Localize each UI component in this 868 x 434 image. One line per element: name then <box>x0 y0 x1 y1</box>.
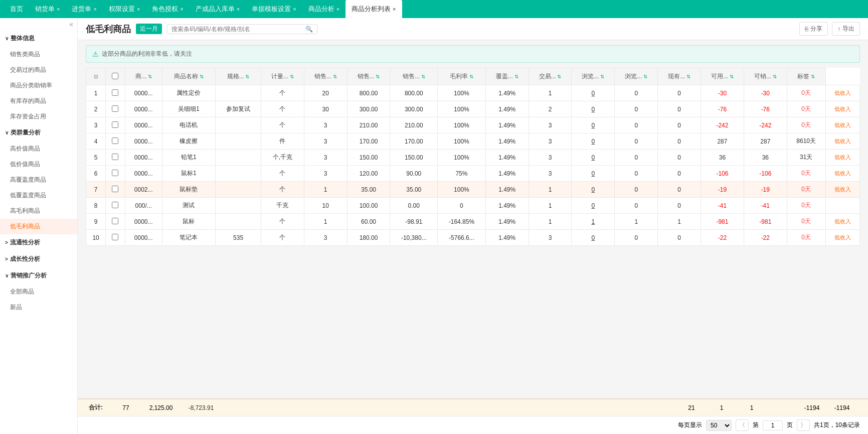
trade-count-link[interactable]: 0 <box>592 90 595 97</box>
nav-item[interactable]: 权限设置× <box>103 0 146 18</box>
nav-item[interactable]: 角色授权× <box>146 0 189 18</box>
trade[interactable]: 0 <box>572 150 615 166</box>
table-column-header[interactable]: 销售... ⇅ <box>390 68 438 85</box>
tag-badge[interactable]: 低收入 <box>834 90 851 96</box>
close-icon[interactable]: × <box>393 6 396 12</box>
sidebar-item[interactable]: 高毛利商品 <box>0 203 77 219</box>
tag[interactable] <box>825 198 859 214</box>
trade[interactable]: 0 <box>572 117 615 133</box>
trade-count-link[interactable]: 0 <box>592 202 595 209</box>
sidebar-item[interactable]: 低覆盖度商品 <box>0 188 77 203</box>
trade-count-link[interactable]: 0 <box>592 154 595 161</box>
sidebar-group-title[interactable]: >流通性分析 <box>0 234 77 251</box>
tag[interactable]: 低收入 <box>825 230 859 246</box>
tag[interactable]: 低收入 <box>825 101 859 117</box>
select-all-checkbox[interactable] <box>112 73 118 79</box>
prev-page-button[interactable]: 〈 <box>736 419 749 431</box>
sidebar-item[interactable]: 低价值商品 <box>0 157 77 172</box>
trade-count-link[interactable]: 1 <box>592 218 595 225</box>
tag-badge[interactable]: 低收入 <box>834 138 851 144</box>
nav-item[interactable]: 销货单× <box>29 0 66 18</box>
table-column-header[interactable]: 浏览... ⇅ <box>572 68 615 85</box>
row-checkbox-input[interactable] <box>112 186 118 192</box>
search-box[interactable]: 🔍 <box>167 24 317 34</box>
tag-badge[interactable]: 低收入 <box>834 234 851 240</box>
row-checkbox-input[interactable] <box>112 218 118 224</box>
row-checkbox-input[interactable] <box>112 154 118 160</box>
tag-badge[interactable]: 低收入 <box>834 218 851 224</box>
trade-count-link[interactable]: 0 <box>592 234 595 241</box>
sidebar-item[interactable]: 全部商品 <box>0 284 77 300</box>
nav-item[interactable]: 进货单× <box>66 0 102 18</box>
page-number-input[interactable] <box>763 420 783 430</box>
nav-item[interactable]: 商品分析× <box>302 0 345 18</box>
table-column-header[interactable]: 可销... ⇅ <box>744 68 787 85</box>
table-column-header[interactable]: 毛利率 ⇅ <box>438 68 486 85</box>
tag[interactable]: 低收入 <box>825 214 859 230</box>
sidebar-item[interactable]: 库存资金占用 <box>0 109 77 124</box>
row-checkbox-input[interactable] <box>112 234 118 240</box>
trade[interactable]: 1 <box>572 214 615 230</box>
table-column-header[interactable]: 规格... ⇅ <box>216 68 261 85</box>
table-column-header[interactable]: 销售... ⇅ <box>304 68 347 85</box>
nav-item[interactable]: 产成品入库单× <box>190 0 246 18</box>
action-button[interactable]: ↑导出 <box>832 22 860 36</box>
sidebar-item[interactable]: 交易过的商品 <box>0 62 77 78</box>
nav-item[interactable]: 首页 <box>4 0 29 18</box>
sidebar-item[interactable]: 销售类商品 <box>0 47 77 62</box>
table-column-header[interactable]: 标签 ⇅ <box>787 68 825 85</box>
page-size-select[interactable]: 102050100 <box>706 420 732 431</box>
tag-badge[interactable]: 低收入 <box>834 122 851 128</box>
tag-badge[interactable]: 低收入 <box>834 170 851 176</box>
trade-count-link[interactable]: 0 <box>592 186 595 193</box>
trade-count-link[interactable]: 0 <box>592 170 595 177</box>
tag[interactable]: 低收入 <box>825 133 859 150</box>
sidebar-item[interactable]: 有库存的商品 <box>0 93 77 109</box>
trade[interactable]: 0 <box>572 182 615 198</box>
date-tag[interactable]: 近一月 <box>136 24 162 34</box>
close-icon[interactable]: × <box>237 6 240 12</box>
trade[interactable]: 0 <box>572 230 615 246</box>
close-icon[interactable]: × <box>93 6 96 12</box>
row-checkbox-input[interactable] <box>112 202 118 208</box>
table-column-header[interactable]: 覆盖... ⇅ <box>485 68 529 85</box>
trade-count-link[interactable]: 0 <box>592 122 595 129</box>
tag[interactable]: 低收入 <box>825 85 859 101</box>
tag[interactable]: 低收入 <box>825 166 859 182</box>
table-column-header[interactable]: 商品名称 ⇅ <box>162 68 216 85</box>
close-icon[interactable]: × <box>336 6 339 12</box>
table-column-header[interactable]: 现有... ⇅ <box>658 68 701 85</box>
tag-badge[interactable]: 低收入 <box>834 106 851 112</box>
sidebar-item[interactable]: 低毛利商品 <box>0 219 77 234</box>
sidebar-group-title[interactable]: ∨类群量分析 <box>0 124 77 141</box>
tag[interactable]: 低收入 <box>825 150 859 166</box>
trade[interactable]: 0 <box>572 85 615 101</box>
table-column-header[interactable]: 计量... ⇅ <box>261 68 304 85</box>
tag-badge[interactable]: 低收入 <box>834 154 851 160</box>
tag[interactable]: 低收入 <box>825 117 859 133</box>
trade[interactable]: 0 <box>572 166 615 182</box>
sidebar-group-title[interactable]: >成长性分析 <box>0 251 77 267</box>
nav-item[interactable]: 单据模板设置× <box>246 0 302 18</box>
close-icon[interactable]: × <box>180 6 183 12</box>
tag[interactable]: 低收入 <box>825 182 859 198</box>
trade-count-link[interactable]: 0 <box>592 138 595 145</box>
table-column-header[interactable]: 销售... ⇅ <box>347 68 390 85</box>
action-button[interactable]: ⎘分享 <box>799 22 828 36</box>
row-checkbox-input[interactable] <box>112 105 118 112</box>
sidebar-item[interactable]: 新品 <box>0 300 77 315</box>
sidebar-collapse-button[interactable]: « <box>67 20 75 28</box>
sidebar-item[interactable]: 高价值商品 <box>0 141 77 157</box>
nav-item[interactable]: 商品分析列表× <box>345 0 402 18</box>
search-input[interactable] <box>171 26 303 33</box>
table-column-header[interactable]: 交易... ⇅ <box>529 68 572 85</box>
trade[interactable]: 0 <box>572 133 615 150</box>
trade[interactable]: 0 <box>572 101 615 117</box>
row-checkbox-input[interactable] <box>112 121 118 128</box>
sidebar-group-title[interactable]: ∨营销推广分析 <box>0 267 77 284</box>
table-column-header[interactable]: 浏览... ⇅ <box>615 68 658 85</box>
trade[interactable]: 0 <box>572 198 615 214</box>
row-checkbox-input[interactable] <box>112 170 118 176</box>
row-checkbox-input[interactable] <box>112 89 118 96</box>
table-column-header[interactable]: 商... ⇅ <box>125 68 162 85</box>
